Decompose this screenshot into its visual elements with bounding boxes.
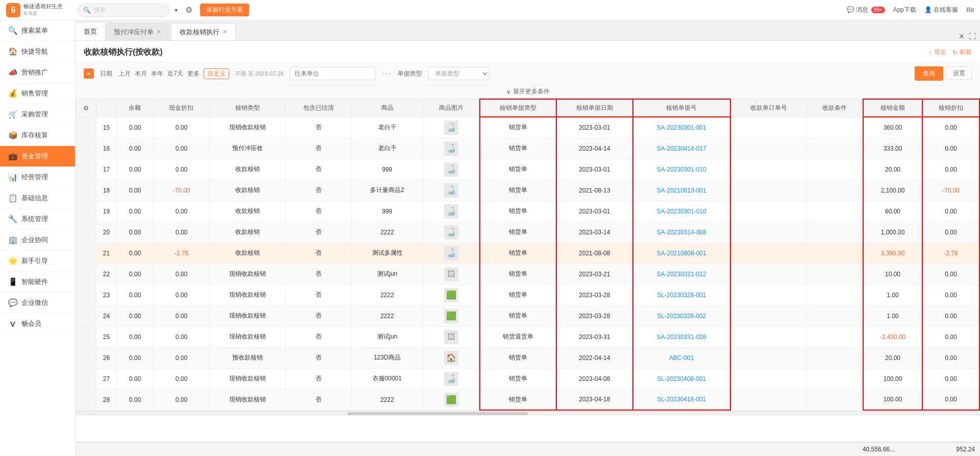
tab-prepay-close[interactable]: ✕ [157, 29, 161, 35]
col-bill-no-cell[interactable]: SA-20210813-001 [633, 180, 730, 201]
col-gear-cell [76, 389, 96, 410]
col-bill-no-cell[interactable]: SL-20230408-001 [633, 368, 730, 389]
col-bill-no-cell[interactable]: SA-20230331-026 [633, 326, 730, 347]
date-link-lastmonth[interactable]: 上月 [118, 69, 131, 78]
col-bill-no-cell[interactable]: SA-20230301-010 [633, 159, 730, 180]
col-gear-cell [76, 284, 96, 305]
col-writeoff-amount-cell: 100.00 [863, 389, 922, 410]
col-included-settled-cell: 否 [285, 117, 351, 138]
col-receipt-order-no: 收款单订单号 [730, 99, 806, 117]
col-goods-cell: 2222 [352, 222, 423, 243]
message-btn[interactable]: 💬 消息 99+ [847, 6, 885, 14]
sidebar-item-purchase[interactable]: 🛒 采购管理 [0, 104, 75, 125]
date-link-more[interactable]: 更多 [187, 69, 200, 78]
col-cash-discount-cell: 0.00 [153, 389, 209, 410]
search-box[interactable]: 🔍 搜索 [78, 4, 169, 17]
tab-writeoff-close[interactable]: ✕ [223, 29, 227, 35]
setting-btn[interactable]: 设置 [946, 66, 972, 80]
filter-actions: 查询 设置 [915, 66, 972, 81]
col-bill-no-cell[interactable]: SL-20230328-002 [633, 305, 730, 326]
query-btn[interactable]: 查询 [915, 66, 943, 81]
col-seq-cell: 16 [96, 138, 117, 159]
col-gear-cell [76, 263, 96, 284]
col-receipt-condition-cell [806, 326, 863, 347]
sidebar-item-wechat[interactable]: 💬 企业微信 [0, 293, 75, 314]
col-bill-no-cell[interactable]: ABC-001 [633, 347, 730, 368]
goods-thumbnail: 🍶 [444, 141, 458, 156]
sidebar-item-smarthw[interactable]: 📱 智能硬件 [0, 272, 75, 293]
col-goods-cell: 测试jun [352, 263, 423, 284]
app-download-btn[interactable]: App下载 [893, 6, 916, 14]
member-icon: V [8, 320, 17, 328]
col-bill-no-cell[interactable]: SA-20230321-012 [633, 263, 730, 284]
sidebar-item-enterprise[interactable]: 🏢 企业协同 [0, 230, 75, 251]
expand-more-btn[interactable]: ∨ 展开更多条件 [506, 87, 550, 96]
refresh-btn[interactable]: ↻ 刷新 [952, 48, 972, 57]
tab-bar: 首页 预付冲应付单 ✕ 收款核销执行 ✕ ✕ ⛶ [76, 20, 980, 41]
sidebar-item-quicknav[interactable]: 🏠 快捷导航 [0, 41, 75, 62]
col-bill-no-cell[interactable]: SA-20230301-010 [633, 201, 730, 222]
col-gear-cell [76, 201, 96, 222]
sidebar-item-marketing[interactable]: 📣 营销推广 [0, 62, 75, 83]
col-bill-no-cell[interactable]: SL-20230328-001 [633, 284, 730, 305]
from-unit-input[interactable] [290, 67, 376, 80]
col-bill-no-cell[interactable]: SL-20230418-001 [633, 389, 730, 410]
date-custom-btn[interactable]: 自定义 [204, 68, 229, 79]
horizontal-scrollbar[interactable] [76, 411, 980, 416]
sidebar-item-inventory[interactable]: 📦 库存核算 [0, 125, 75, 146]
sidebar-item-finance[interactable]: 💼 资金管理 [0, 146, 75, 167]
col-goods-img-cell: 🍶 [423, 180, 480, 201]
home-icon: 🏠 [8, 47, 17, 56]
col-cash-discount: 现金折扣 [153, 99, 209, 117]
tab-prepay[interactable]: 预付冲应付单 ✕ [105, 23, 170, 40]
tab-home[interactable]: 首页 [76, 23, 105, 40]
sidebar-item-member[interactable]: V 畅会员 [0, 314, 75, 334]
col-seq-cell: 19 [96, 201, 117, 222]
receipt-type-select[interactable]: 单据类型 [428, 67, 489, 80]
col-gear[interactable]: ⚙ [76, 99, 96, 117]
scrollbar-thumb[interactable] [347, 412, 528, 415]
col-writeoff-discount-cell: 0.00 [922, 138, 979, 159]
gear-btn[interactable]: ⚙ [183, 4, 195, 16]
col-goods-cell: 衣服00001 [352, 368, 423, 389]
sidebar-item-sales[interactable]: 💰 销售管理 [0, 83, 75, 104]
goods-thumbnail: 🏠 [444, 351, 458, 365]
industry-btn[interactable]: 体验行业方案 [200, 4, 249, 16]
col-balance-cell: 0.00 [117, 243, 154, 263]
col-writeoff-type-cell: 收款核销 [210, 243, 286, 263]
sidebar-item-label: 企业协同 [21, 235, 48, 245]
col-goods-img-cell: 🟩 [423, 305, 480, 326]
basicinfo-icon: 📋 [8, 194, 17, 203]
col-included-settled-cell: 否 [285, 389, 351, 410]
filter-expand-btn[interactable]: » [84, 68, 94, 79]
col-bill-no-cell[interactable]: SA-20230314-008 [633, 222, 730, 243]
col-receipt-condition-cell [806, 117, 863, 138]
online-service-btn[interactable]: 👤 在线客服 [924, 6, 958, 14]
col-goods-cell: 2222 [352, 284, 423, 305]
sidebar-item-operation[interactable]: 📊 经营管理 [0, 167, 75, 188]
col-bill-date-cell: 2023-04-08 [556, 368, 633, 389]
tab-expand-btn[interactable]: ⛶ [969, 32, 976, 40]
col-bill-no-cell[interactable]: SA-20230414-017 [633, 138, 730, 159]
col-writeoff-amount-cell: 2,100.00 [863, 180, 922, 201]
sidebar-item-basicinfo[interactable]: 📋 基础信息 [0, 188, 75, 209]
col-receipt-condition: 收款条件 [806, 99, 863, 117]
export-btn[interactable]: ↑ 导出 [929, 48, 946, 57]
table-container[interactable]: ⚙ 余额 现金折扣 核销类型 包含已结清 商品 商品图片 核销单据类型 核销单据… [76, 99, 980, 442]
sidebar-item-system[interactable]: 🔧 系统管理 [0, 209, 75, 230]
col-bill-no-cell[interactable]: SA-20230301-001 [633, 117, 730, 138]
sidebar-item-guide[interactable]: 🌟 新手引导 [0, 251, 75, 272]
tab-writeoff[interactable]: 收款核销执行 ✕ [171, 23, 236, 40]
dropdown-btn[interactable]: ▾ [175, 7, 178, 14]
col-receipt-condition-cell [806, 243, 863, 263]
col-bill-no-cell[interactable]: SA-20210808-001 [633, 243, 730, 263]
date-link-thismonth[interactable]: 本月 [135, 69, 147, 78]
tab-close-all-btn[interactable]: ✕ [959, 32, 965, 40]
col-included-settled-cell: 否 [285, 368, 351, 389]
date-link-7days[interactable]: 近7天 [167, 69, 183, 78]
date-link-thisyear[interactable]: 本年 [151, 69, 163, 78]
sidebar-item-label: 经营管理 [21, 173, 48, 182]
col-cash-discount-cell: 0.00 [153, 138, 209, 159]
logo-sub: 标准版 [23, 10, 63, 17]
sidebar-item-search[interactable]: 🔍 搜索菜单 [0, 20, 75, 41]
